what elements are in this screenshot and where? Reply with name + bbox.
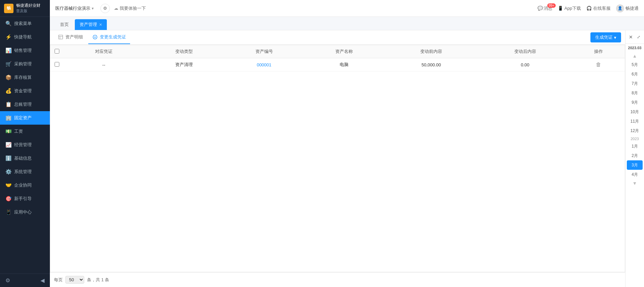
- date-month-5[interactable]: 5月: [625, 60, 644, 69]
- sidebar-item-app-center[interactable]: 📱 应用中心: [0, 205, 50, 219]
- table-icon: [58, 34, 63, 40]
- sidebar-bottom: ⚙ ◀: [0, 274, 50, 287]
- cell-asset-name: 电脑: [304, 58, 385, 71]
- user-icon: 👤: [618, 6, 622, 10]
- sidebar-logo: 畅 畅捷通好业财 普及版: [0, 0, 50, 17]
- sidebar-item-inventory[interactable]: 📦 库存核算: [0, 71, 50, 84]
- delete-button[interactable]: 🗑: [596, 62, 601, 68]
- sub-tab-change-voucher[interactable]: ✦ 变更生成凭证: [88, 31, 130, 44]
- svg-text:✦: ✦: [94, 36, 96, 38]
- header-after-change: 变动后内容: [478, 45, 572, 58]
- header-before-change: 变动前内容: [384, 45, 478, 58]
- purchase-icon: 🛒: [5, 61, 11, 67]
- cell-voucher: --: [64, 58, 144, 71]
- date-month-8[interactable]: 8月: [625, 88, 644, 98]
- sidebar-item-search[interactable]: 🔍 搜索菜单: [0, 17, 50, 30]
- ledger-icon: 📋: [5, 101, 11, 107]
- row-checkbox[interactable]: [55, 62, 59, 67]
- sidebar-item-fixed-assets[interactable]: 🏢 固定资产: [0, 111, 50, 125]
- page-size-select[interactable]: 10 20 50 100: [65, 276, 84, 284]
- header-right: 💬 消息 99+ 📱 App下载 🎧 在线客服 👤 畅捷通: [538, 4, 639, 12]
- date-month-7[interactable]: 7月: [625, 79, 644, 88]
- header-checkbox-cell: [50, 45, 64, 58]
- cell-before-change: 50,000.00: [384, 58, 478, 71]
- quick-nav-icon: ⚡: [5, 34, 11, 40]
- header-change-type: 变动类型: [144, 45, 224, 58]
- app-center-icon: 📱: [5, 209, 11, 215]
- sub-tabs: 资产明细 ✦ 变更生成凭证: [50, 31, 586, 44]
- panel-close-button[interactable]: ✕: [627, 33, 634, 41]
- date-month-9[interactable]: 9月: [625, 98, 644, 107]
- message-button[interactable]: 💬 消息 99+: [538, 5, 552, 11]
- message-icon: 💬: [538, 6, 543, 11]
- date-month-12[interactable]: 12月: [625, 126, 644, 135]
- sidebar-item-payroll[interactable]: 💵 工资: [0, 125, 50, 138]
- panel-header: ✕ ⤢: [625, 30, 644, 44]
- cell-asset-code: 000001: [224, 58, 304, 71]
- operations-icon: 📈: [5, 142, 11, 148]
- year-month-label: 2023.03: [625, 44, 644, 51]
- sidebar-item-guide[interactable]: 🎯 新手引导: [0, 192, 50, 205]
- generate-voucher-button[interactable]: 生成凭证 ▾: [590, 32, 621, 42]
- experience-button[interactable]: ☁ 我要体验一下: [114, 5, 146, 11]
- date-scroll-up[interactable]: ▲: [625, 52, 644, 60]
- guide-icon: 🎯: [5, 196, 11, 202]
- sidebar-item-operations[interactable]: 📈 经营管理: [0, 138, 50, 152]
- date-2023-month-2[interactable]: 2月: [625, 151, 644, 160]
- cell-action: 🗑: [572, 58, 625, 71]
- sidebar-item-system[interactable]: ⚙️ 系统管理: [0, 165, 50, 179]
- sidebar-item-quick-nav[interactable]: ⚡ 快捷导航: [0, 30, 50, 44]
- basic-info-icon: ℹ️: [5, 155, 11, 161]
- gear-icon: ⚙: [103, 6, 107, 11]
- right-date-panel: ✕ ⤢ 2023.03 ▲ 5月 6月 7月 8月 9月 10月 11月 12月…: [625, 30, 644, 287]
- sidebar-item-ledger[interactable]: 📋 总账管理: [0, 98, 50, 111]
- sub-tab-asset-detail[interactable]: 资产明细: [54, 31, 87, 44]
- user-menu[interactable]: 👤 畅捷通: [616, 4, 639, 12]
- sales-icon: 📊: [5, 47, 11, 54]
- sidebar-item-sales[interactable]: 📊 销售管理: [0, 44, 50, 57]
- inventory-icon: 📦: [5, 74, 11, 81]
- fixed-assets-icon: 🏢: [5, 115, 11, 121]
- select-all-checkbox[interactable]: [55, 49, 59, 54]
- date-month-11[interactable]: 11月: [625, 117, 644, 126]
- funds-icon: 💰: [5, 88, 11, 94]
- table-header-row: 对应凭证 变动类型 资产编号 资产名称: [50, 45, 625, 58]
- collapse-icon[interactable]: ◀: [40, 277, 44, 284]
- online-service-button[interactable]: 🎧 在线客服: [586, 5, 611, 11]
- tab-asset-management[interactable]: 资产管理 ✕: [75, 19, 107, 30]
- company-selector[interactable]: 医疗器械行业演示 ▾: [55, 5, 94, 11]
- date-month-10[interactable]: 10月: [625, 107, 644, 117]
- message-badge: 99+: [547, 3, 556, 8]
- avatar: 👤: [616, 4, 624, 12]
- tab-home[interactable]: 首页: [55, 19, 73, 30]
- sidebar-menu: 🔍 搜索菜单 ⚡ 快捷导航 📊 销售管理 🛒 采购管理 📦 库存核算 💰 资金管…: [0, 17, 50, 274]
- tabs-bar: 首页 资产管理 ✕: [50, 17, 644, 30]
- settings-bottom-icon[interactable]: ⚙: [5, 277, 10, 284]
- mobile-icon: 📱: [558, 6, 563, 11]
- app-download-button[interactable]: 📱 App下载: [558, 5, 581, 11]
- cloud-icon: ☁: [114, 6, 118, 11]
- panel-expand-button[interactable]: ⤢: [636, 33, 642, 41]
- sidebar-item-enterprise[interactable]: 🤝 企业协同: [0, 179, 50, 192]
- chevron-down-icon: ▾: [92, 6, 94, 11]
- header-action: 操作: [572, 45, 625, 58]
- date-2023-month-1[interactable]: 1月: [625, 141, 644, 151]
- table-row: -- 资产清理 000001 电脑: [50, 58, 625, 71]
- date-2023-month-4[interactable]: 4月: [625, 170, 644, 179]
- app-name: 畅捷通好业财: [16, 3, 40, 8]
- sidebar-item-purchase[interactable]: 🛒 采购管理: [0, 57, 50, 71]
- pagination: 每页 10 20 50 100 条，共 1 条: [50, 272, 625, 287]
- enterprise-icon: 🤝: [5, 182, 11, 188]
- header-voucher: 对应凭证: [64, 45, 144, 58]
- date-2023-month-3[interactable]: 3月: [627, 160, 643, 170]
- sidebar-item-basic-info[interactable]: ℹ️ 基础信息: [0, 152, 50, 165]
- tab-close-icon[interactable]: ✕: [99, 23, 102, 27]
- app-edition: 普及版: [16, 8, 40, 13]
- system-icon: ⚙️: [5, 169, 11, 175]
- sidebar-item-funds[interactable]: 💰 资金管理: [0, 84, 50, 98]
- date-month-6[interactable]: 6月: [625, 69, 644, 79]
- year-2023-marker: 2023: [625, 135, 644, 141]
- header-asset-code: 资产编号: [224, 45, 304, 58]
- settings-button[interactable]: ⚙: [100, 4, 110, 13]
- date-scroll-down[interactable]: ▼: [625, 179, 644, 187]
